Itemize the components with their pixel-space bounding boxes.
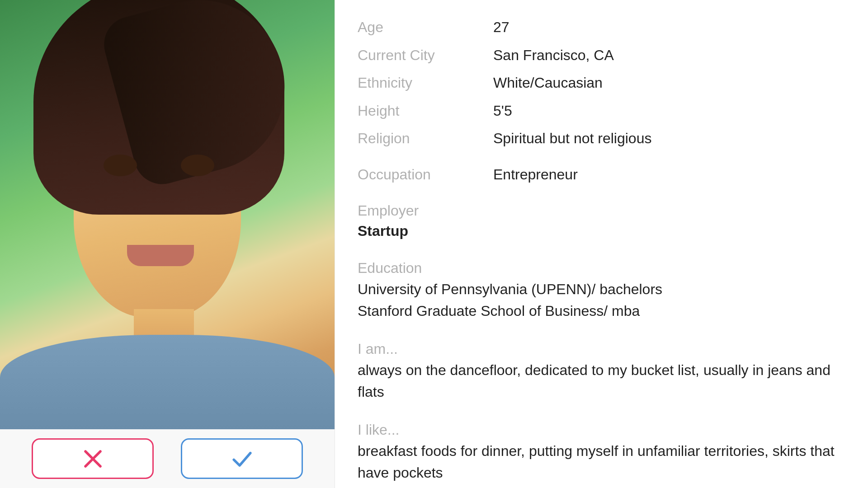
religion-label: Religion — [358, 129, 493, 148]
app-container: Age 27 Current City San Francisco, CA Et… — [0, 0, 868, 488]
reject-button[interactable] — [32, 438, 154, 479]
ethnicity-label: Ethnicity — [358, 74, 493, 93]
occupation-label: Occupation — [358, 165, 493, 184]
employer-value: Startup — [358, 221, 845, 241]
employer-block: Employer Startup — [358, 197, 845, 247]
accept-button[interactable] — [181, 438, 303, 479]
current-city-label: Current City — [358, 46, 493, 65]
i-like-block: I like... breakfast foods for dinner, pu… — [358, 416, 845, 488]
profile-photo — [0, 0, 335, 429]
action-buttons-bar — [0, 429, 335, 488]
education-block: Education University of Pennsylvania (UP… — [358, 254, 845, 327]
i-am-label: I am... — [358, 341, 845, 357]
ethnicity-value: White/Caucasian — [493, 74, 845, 93]
religion-row: Religion Spiritual but not religious — [358, 125, 845, 153]
i-like-label: I like... — [358, 422, 845, 438]
age-value: 27 — [493, 18, 845, 37]
height-row: Height 5'5 — [358, 97, 845, 125]
checkmark-icon — [230, 446, 255, 471]
x-icon — [80, 446, 105, 471]
current-city-row: Current City San Francisco, CA — [358, 42, 845, 70]
height-value: 5'5 — [493, 102, 845, 121]
i-am-block: I am... always on the dancefloor, dedica… — [358, 335, 845, 408]
education-value-1: University of Pennsylvania (UPENN)/ bach… — [358, 278, 845, 300]
height-label: Height — [358, 102, 493, 121]
current-city-value: San Francisco, CA — [493, 46, 845, 65]
education-label: Education — [358, 260, 845, 277]
profile-info-panel: Age 27 Current City San Francisco, CA Et… — [335, 0, 868, 488]
i-am-value: always on the dancefloor, dedicated to m… — [358, 359, 845, 403]
employer-label: Employer — [358, 202, 845, 219]
photo-panel — [0, 0, 335, 488]
occupation-value: Entrepreneur — [493, 165, 845, 184]
ethnicity-row: Ethnicity White/Caucasian — [358, 69, 845, 97]
religion-value: Spiritual but not religious — [493, 129, 845, 148]
age-label: Age — [358, 18, 493, 37]
occupation-row: Occupation Entrepreneur — [358, 161, 845, 189]
age-row: Age 27 — [358, 14, 845, 42]
i-like-value: breakfast foods for dinner, putting myse… — [358, 440, 845, 483]
education-value-2: Stanford Graduate School of Business/ mb… — [358, 300, 845, 322]
person-figure — [0, 0, 335, 429]
